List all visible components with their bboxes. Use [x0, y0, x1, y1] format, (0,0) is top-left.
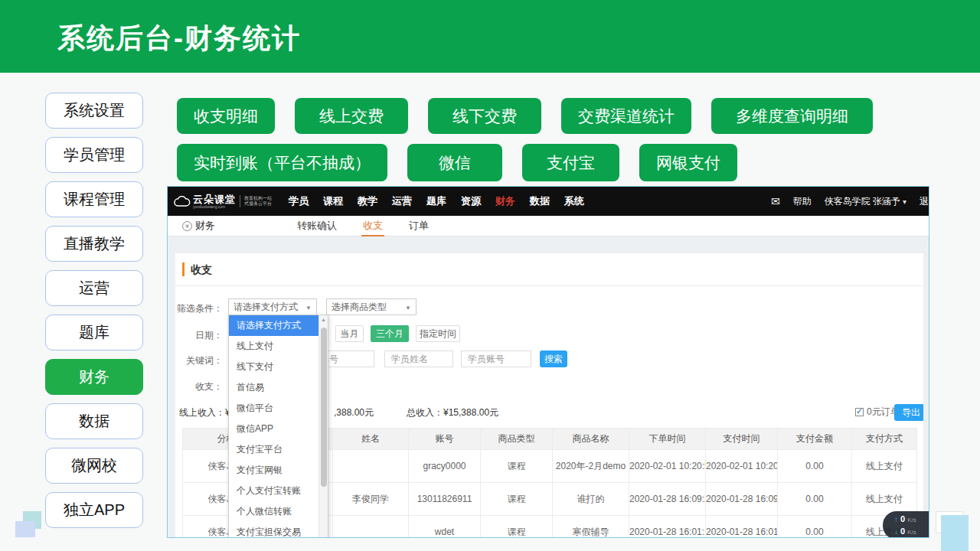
download-speed: 0	[900, 526, 905, 537]
download-arrow-icon	[894, 526, 898, 537]
net-speed-widget: 0 K/s 0 K/s	[883, 511, 929, 538]
date-current-month-button[interactable]: 当月	[335, 325, 364, 342]
col-pay-method: 支付方式	[852, 429, 917, 450]
filter-label: 筛选条件：	[175, 302, 223, 315]
page-title: 系统后台-财务统计	[0, 0, 980, 57]
upload-arrow-icon	[894, 514, 898, 525]
total-income: 总收入：¥15,388.00元	[407, 406, 498, 419]
date-three-months-button[interactable]: 三个月	[371, 325, 409, 342]
sidebar-item-data[interactable]: 数据	[45, 403, 143, 439]
dropdown-option[interactable]: 支付宝担保交易	[229, 522, 320, 538]
col-order-time: 下单时间	[629, 429, 706, 450]
tab-transfer-confirm[interactable]: 转账确认	[296, 216, 338, 236]
account-name: 侠客岛学院 张涵予	[825, 195, 900, 208]
scrollbar-thumb[interactable]	[321, 328, 327, 487]
cloud-logo-icon	[174, 196, 191, 207]
online-income-amount: ,388.00元	[334, 406, 374, 419]
nav-item-teaching[interactable]: 教学	[358, 194, 377, 208]
help-link[interactable]: 帮助	[793, 195, 812, 208]
sidebar-item-course-mgmt[interactable]: 课程管理	[45, 181, 143, 217]
nav-item-finance[interactable]: 财务	[495, 194, 515, 208]
nav-item-operations[interactable]: 运营	[392, 194, 412, 208]
dropdown-option[interactable]: 个人微信转账	[229, 501, 320, 522]
page-banner: 系统后台-财务统计	[0, 0, 980, 73]
nav-item-system[interactable]: 系统	[564, 194, 584, 208]
dropdown-option[interactable]: 支付宝网银	[229, 460, 320, 481]
date-custom-range-button[interactable]: 指定时间	[416, 325, 460, 342]
dropdown-option[interactable]: 线上支付	[229, 336, 320, 357]
brand-text: 云朵课堂 yunduoketang.com	[193, 194, 236, 209]
section-title: 收支	[182, 262, 212, 276]
date-label: 日期：	[175, 329, 223, 342]
feature-realtime-settlement[interactable]: 实时到账（平台不抽成）	[177, 144, 387, 181]
dropdown-option[interactable]: 请选择支付方式	[229, 315, 320, 336]
decor-square-blue	[15, 521, 35, 537]
tab-income-expense[interactable]: 收支	[361, 216, 384, 236]
dropdown-option[interactable]: 微信平台	[229, 398, 320, 419]
dropdown-option[interactable]: 支付宝平台	[229, 439, 320, 460]
feature-netbank-pay[interactable]: 网银支付	[639, 144, 737, 181]
account-menu[interactable]: 侠客岛学院 张涵予	[825, 195, 906, 208]
sidebar-item-micro-school[interactable]: 微网校	[45, 448, 143, 484]
product-type-select[interactable]: 选择商品类型	[326, 298, 416, 315]
sidebar-item-student-mgmt[interactable]: 学员管理	[45, 137, 143, 173]
income-expense-panel: 收支 筛选条件： 请选择支付方式 选择商品类型 日期： 当月 三个月 指定时间 …	[175, 253, 923, 538]
sidebar-item-live-teaching[interactable]: 直播教学	[45, 226, 143, 262]
admin-nav-right: 帮助 侠客岛学院 张涵予 退出	[771, 187, 929, 216]
col-name: 姓名	[333, 429, 409, 450]
chevron-down-icon	[903, 196, 906, 207]
pay-method-dropdown: 请选择支付方式 线上支付 线下支付 首信易 微信平台 微信APP 支付宝平台 支…	[228, 315, 328, 538]
dropdown-scrollbar[interactable]	[318, 315, 328, 538]
dropdown-option[interactable]: 微信APP	[229, 419, 320, 439]
dropdown-option[interactable]: 首信易	[229, 377, 320, 398]
nav-item-data[interactable]: 数据	[530, 194, 550, 208]
select-caret-icon	[305, 302, 312, 312]
col-product-type: 商品类型	[481, 429, 553, 450]
sidebar-item-standalone-app[interactable]: 独立APP	[45, 492, 143, 528]
admin-topnav: 云朵课堂 yunduoketang.com 教育机构一站 式服务云平台 学员 课…	[168, 187, 929, 216]
feature-channel-stats[interactable]: 交费渠道统计	[561, 98, 691, 134]
nav-item-courses[interactable]: 课程	[323, 194, 343, 208]
dropdown-option[interactable]: 线下支付	[229, 357, 320, 377]
col-pay-time: 支付时间	[706, 429, 778, 450]
feature-offline-payment[interactable]: 线下交费	[428, 98, 541, 134]
feature-multidim-query[interactable]: 多维度查询明细	[711, 98, 873, 134]
brand-tagline: 教育机构一站 式服务云平台	[244, 196, 272, 207]
logout-link[interactable]: 退出	[920, 195, 929, 208]
select-caret-icon	[405, 302, 411, 312]
nav-item-resources[interactable]: 资源	[461, 194, 481, 208]
sidebar-item-question-bank[interactable]: 题库	[45, 315, 143, 350]
upload-speed: 0	[900, 514, 905, 525]
nav-item-students[interactable]: 学员	[289, 194, 309, 208]
zero-order-checkbox[interactable]	[855, 408, 864, 416]
sidebar-item-operations[interactable]: 运营	[45, 270, 143, 306]
finance-breadcrumb: ¥ 财务	[182, 219, 215, 233]
admin-screenshot: 云朵课堂 yunduoketang.com 教育机构一站 式服务云平台 学员 课…	[167, 186, 929, 538]
admin-subnav: ¥ 财务 转账确认 收支 订单	[168, 216, 929, 236]
student-name-input[interactable]	[384, 350, 453, 367]
col-pay-amount: 支付金额	[778, 429, 852, 450]
student-account-input[interactable]	[461, 350, 531, 367]
decor-square-cyan	[941, 515, 969, 551]
feature-wechat[interactable]: 微信	[407, 144, 502, 181]
feature-online-payment[interactable]: 线上交费	[295, 98, 408, 134]
tab-orders[interactable]: 订单	[407, 216, 430, 236]
inout-label: 收支：	[175, 380, 223, 393]
sidebar-item-finance[interactable]: 财务	[45, 359, 143, 395]
feature-alipay[interactable]: 支付宝	[522, 144, 619, 181]
export-button[interactable]: 导出	[894, 404, 923, 421]
brand-name: 云朵课堂	[193, 194, 236, 204]
feature-income-expense-detail[interactable]: 收支明细	[177, 98, 275, 134]
sidebar-item-system-settings[interactable]: 系统设置	[45, 93, 143, 129]
admin-nav-menu: 学员 课程 教学 运营 题库 资源 财务 数据 系统	[289, 194, 584, 208]
sidebar: 系统设置 学员管理 课程管理 直播教学 运营 题库 财务 数据 微网校 独立AP…	[45, 93, 143, 528]
mail-icon[interactable]	[771, 195, 780, 207]
search-button[interactable]: 搜索	[540, 350, 567, 367]
online-income-label: 线上收入：¥	[179, 406, 230, 419]
brand-separator	[240, 195, 240, 207]
zero-order-filter: 0元订单	[855, 406, 900, 419]
feature-buttons: 收支明细 线上交费 线下交费 交费渠道统计 多维度查询明细 实时到账（平台不抽成…	[177, 98, 950, 181]
pay-method-select[interactable]: 请选择支付方式	[228, 298, 317, 315]
dropdown-option[interactable]: 个人支付宝转账	[229, 481, 320, 501]
nav-item-question-bank[interactable]: 题库	[426, 194, 446, 208]
